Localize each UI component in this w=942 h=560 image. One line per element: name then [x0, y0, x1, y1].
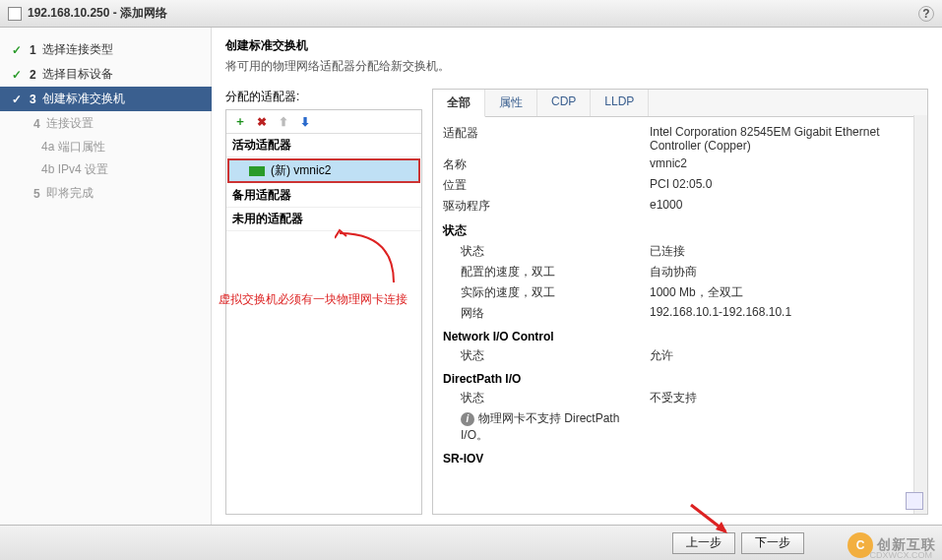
substep-4b: 4b IPv4 设置 — [0, 158, 211, 181]
info-icon: i — [461, 412, 474, 426]
annotation-arrow-next — [686, 500, 735, 539]
k-niocst: 状态 — [443, 347, 650, 364]
v-dpiost: 不受支持 — [650, 390, 917, 406]
watermark-sub: CDXWCX.COM — [870, 550, 933, 560]
k-adapter: 适配器 — [443, 125, 650, 153]
k-name: 名称 — [443, 156, 650, 173]
k-cfgspd: 配置的速度，双工 — [443, 264, 650, 280]
check-icon: ✓ — [12, 68, 22, 82]
v-adapter: Intel Corporation 82545EM Gigabit Ethern… — [650, 125, 917, 153]
group-active: 活动适配器 — [226, 134, 421, 157]
tab-properties[interactable]: 属性 — [485, 90, 537, 116]
window-titlebar: 192.168.10.250 - 添加网络 ? — [0, 0, 942, 28]
tab-all[interactable]: 全部 — [433, 90, 485, 117]
page-subheading: 将可用的物理网络适配器分配给新交换机。 — [225, 58, 928, 75]
k-driver: 驱动程序 — [443, 198, 650, 215]
window-icon — [8, 7, 22, 21]
k-network: 网络 — [443, 305, 650, 322]
hdr-nioc: Network I/O Control — [443, 324, 917, 345]
footer: 上一步 下一步 — [0, 525, 942, 560]
hdr-status: 状态 — [443, 217, 917, 241]
v-network: 192.168.10.1-192.168.10.1 — [650, 305, 917, 322]
k-status: 状态 — [443, 243, 650, 260]
v-cfgspd: 自动协商 — [650, 264, 917, 280]
adapter-toolbar: ＋ ✖ ⬆ ⬇ — [226, 110, 421, 134]
next-button[interactable]: 下一步 — [741, 532, 804, 554]
v-status: 已连接 — [650, 243, 917, 260]
v-niocst: 允许 — [650, 347, 917, 364]
adapter-list: ＋ ✖ ⬆ ⬇ 活动适配器 (新) vmnic2 备用适配器 未用的适配器 — [225, 109, 422, 515]
substep-4a: 4a 端口属性 — [0, 136, 211, 158]
step-2[interactable]: ✓2选择目标设备 — [0, 62, 211, 87]
nic-icon — [249, 166, 265, 176]
help-icon[interactable]: ? — [918, 6, 934, 22]
assigned-adapter-label: 分配的适配器: — [225, 89, 422, 105]
v-actspd: 1000 Mb，全双工 — [650, 284, 917, 301]
copy-icon[interactable] — [906, 492, 923, 510]
hdr-sriov: SR-IOV — [443, 446, 917, 467]
k-actspd: 实际的速度，双工 — [443, 284, 650, 301]
dpio-info: i物理网卡不支持 DirectPath I/O。 — [443, 410, 650, 444]
annotation-text: 虚拟交换机必须有一块物理网卡连接 — [219, 291, 408, 308]
remove-icon[interactable]: ✖ — [254, 114, 270, 130]
v-name: vmnic2 — [650, 156, 917, 173]
wizard-sidebar: ✓1选择连接类型 ✓2选择目标设备 ✓3创建标准交换机 4连接设置 4a 端口属… — [0, 28, 212, 525]
move-down-icon[interactable]: ⬇ — [297, 114, 313, 130]
window-title: 192.168.10.250 - 添加网络 — [28, 5, 167, 22]
scrollbar[interactable] — [913, 115, 927, 514]
tab-lldp[interactable]: LLDP — [591, 90, 649, 116]
step-4: 4连接设置 — [0, 111, 211, 136]
move-up-icon[interactable]: ⬆ — [276, 114, 291, 130]
annotation-arrow — [335, 228, 423, 287]
step-3[interactable]: ✓3创建标准交换机 — [0, 87, 212, 111]
k-location: 位置 — [443, 177, 650, 194]
details-panel: 全部 属性 CDP LLDP 适配器Intel Corporation 8254… — [432, 89, 928, 515]
k-dpiost: 状态 — [443, 390, 650, 406]
step-1[interactable]: ✓1选择连接类型 — [0, 37, 211, 62]
check-icon: ✓ — [12, 43, 22, 57]
tab-cdp[interactable]: CDP — [537, 90, 591, 116]
adapter-item-vmnic2[interactable]: (新) vmnic2 — [227, 158, 420, 183]
hdr-dpio: DirectPath I/O — [443, 366, 917, 388]
v-location: PCI 02:05.0 — [650, 177, 917, 194]
page-heading: 创建标准交换机 — [225, 37, 928, 54]
adapter-item-label: (新) vmnic2 — [271, 162, 331, 179]
step-5: 5即将完成 — [0, 181, 211, 206]
tabs: 全部 属性 CDP LLDP — [433, 90, 927, 117]
check-icon: ✓ — [12, 93, 22, 106]
v-driver: e1000 — [650, 198, 917, 215]
group-standby: 备用适配器 — [226, 184, 421, 208]
add-icon[interactable]: ＋ — [232, 114, 248, 130]
